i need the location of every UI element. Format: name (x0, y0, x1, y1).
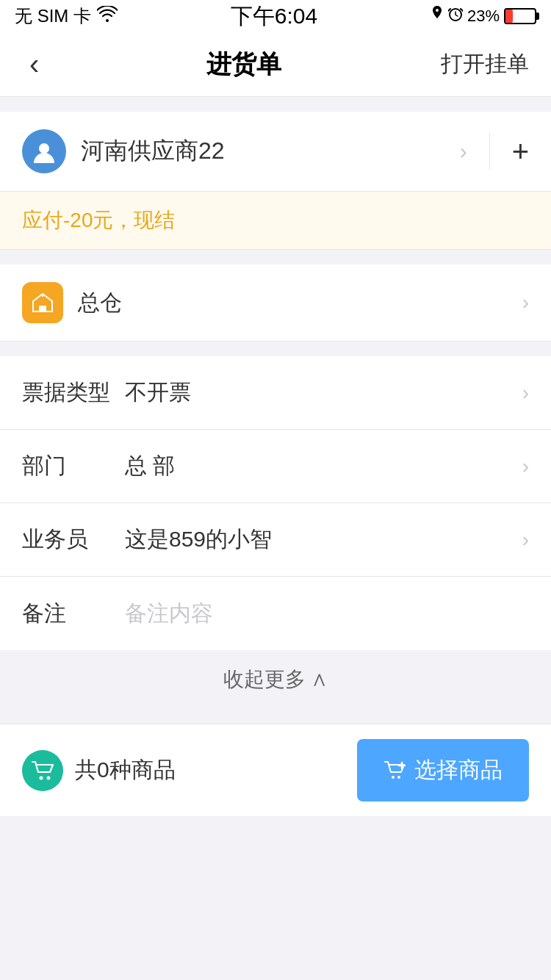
section-gap-1 (0, 97, 551, 112)
warehouse-icon (22, 282, 63, 323)
location-icon (431, 6, 444, 26)
department-chevron-icon: › (522, 455, 529, 478)
salesperson-value: 这是859的小智 (125, 525, 522, 555)
supplier-chevron-icon: › (460, 139, 467, 164)
form-section: 票据类型 不开票 › 部门 总 部 › 业务员 这是859的小智 › 备注 备注… (0, 356, 551, 650)
supplier-add-button[interactable]: + (512, 135, 529, 168)
svg-point-0 (436, 9, 439, 12)
sim-text: 无 SIM 卡 (15, 4, 91, 28)
warehouse-chevron-icon: › (522, 291, 529, 314)
notice-text: 应付-20元，现结 (22, 209, 175, 231)
section-gap-4 (0, 709, 551, 724)
status-bar: 无 SIM 卡 下午6:04 23% (0, 0, 551, 32)
page-title: 进货单 (206, 48, 281, 82)
collapse-row[interactable]: 收起更多 ∧ (0, 650, 551, 709)
remark-label: 备注 (22, 599, 125, 629)
svg-point-6 (392, 776, 395, 779)
supplier-avatar (22, 129, 66, 173)
wifi-icon (97, 6, 118, 26)
select-product-button[interactable]: 选择商品 (357, 739, 529, 801)
svg-point-5 (47, 776, 51, 779)
warehouse-section: 总仓 › (0, 264, 551, 342)
back-button[interactable]: ‹ (22, 40, 46, 88)
invoice-type-chevron-icon: › (522, 381, 529, 405)
department-row[interactable]: 部门 总 部 › (0, 430, 551, 503)
battery-percentage: 23% (467, 7, 500, 26)
select-product-label: 选择商品 (414, 755, 503, 785)
section-gap-2 (0, 250, 551, 264)
notice-bar: 应付-20元，现结 (0, 192, 551, 250)
product-cart-icon (22, 750, 63, 791)
supplier-row[interactable]: 河南供应商22 › + (0, 112, 551, 192)
product-count-text: 共0种商品 (75, 755, 176, 785)
battery-icon (504, 8, 536, 24)
supplier-divider (489, 133, 490, 170)
warehouse-row[interactable]: 总仓 › (0, 264, 551, 342)
salesperson-label: 业务员 (22, 525, 125, 555)
invoice-type-row[interactable]: 票据类型 不开票 › (0, 356, 551, 430)
bottom-bar: 共0种商品 选择商品 (0, 724, 551, 816)
salesperson-chevron-icon: › (522, 528, 529, 552)
nav-bar: ‹ 进货单 打开挂单 (0, 32, 551, 97)
section-gap-3 (0, 342, 551, 356)
svg-point-2 (39, 143, 49, 154)
status-time: 下午6:04 (231, 1, 317, 32)
supplier-section: 河南供应商22 › + 应付-20元，现结 (0, 112, 551, 250)
open-pending-button[interactable]: 打开挂单 (441, 49, 529, 79)
svg-point-7 (397, 776, 400, 779)
alarm-icon (448, 6, 463, 26)
status-right: 23% (431, 6, 536, 26)
status-left: 无 SIM 卡 (15, 4, 118, 28)
product-count-area: 共0种商品 (22, 750, 176, 791)
department-value: 总 部 (125, 451, 522, 481)
remark-placeholder: 备注内容 (125, 599, 529, 629)
remark-row[interactable]: 备注 备注内容 (0, 577, 551, 650)
collapse-label: 收起更多 ∧ (223, 666, 328, 693)
warehouse-name: 总仓 (78, 288, 522, 318)
svg-point-4 (40, 776, 43, 779)
salesperson-row[interactable]: 业务员 这是859的小智 › (0, 503, 551, 577)
department-label: 部门 (22, 451, 125, 481)
invoice-type-value: 不开票 (125, 378, 522, 408)
svg-rect-3 (39, 306, 46, 311)
supplier-name: 河南供应商22 (81, 135, 460, 167)
invoice-type-label: 票据类型 (22, 378, 125, 408)
